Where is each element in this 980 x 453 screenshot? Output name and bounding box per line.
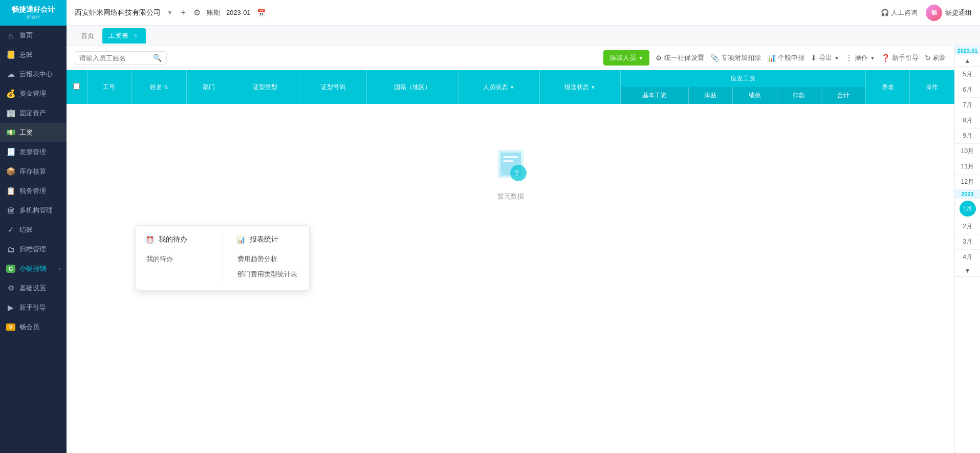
th-checkbox[interactable]: [67, 70, 87, 104]
company-chevron-icon[interactable]: ▼: [167, 9, 173, 16]
user-name: 畅捷通组: [945, 8, 972, 17]
sidebar-item-ledger[interactable]: 📒 总账: [0, 45, 67, 64]
popup-item-todo[interactable]: 我的待办: [144, 251, 210, 267]
month-up-button[interactable]: ▲: [955, 55, 980, 67]
month-jun[interactable]: 6月: [955, 82, 980, 98]
sidebar-item-xiaochang[interactable]: G 小畅报销 ‹: [0, 259, 67, 278]
sidebar-item-settlement[interactable]: ✓ 结账: [0, 220, 67, 240]
sidebar-item-label: 结账: [19, 225, 33, 234]
member-icon: V: [6, 323, 15, 331]
month-may[interactable]: 5月: [955, 67, 980, 82]
tab-home[interactable]: 首页: [75, 28, 100, 44]
tax-icon: 📋: [6, 186, 15, 196]
home-icon: ⌂: [6, 31, 15, 40]
year-2023[interactable]: 2023: [955, 190, 980, 199]
headset-icon: 🎧: [881, 9, 889, 16]
sidebar-item-label: 固定资产: [19, 109, 46, 118]
th-total: 合计: [821, 87, 866, 104]
social-security-button[interactable]: ⚙ 统一社保设置: [656, 53, 704, 62]
th-department: 部门: [187, 70, 231, 104]
sidebar-item-member[interactable]: V 畅会员: [0, 317, 67, 337]
tab-home-label: 首页: [81, 32, 94, 39]
month-feb[interactable]: 2月: [955, 219, 980, 234]
special-deduction-icon: 📎: [710, 54, 719, 62]
th-person-status[interactable]: 人员状态 ▼: [459, 70, 539, 104]
sidebar-item-cloud-report[interactable]: ☁ 云报表中心: [0, 64, 67, 84]
period-value: 2023-01: [226, 9, 251, 16]
month-sep[interactable]: 9月: [955, 128, 980, 144]
month-dec[interactable]: 12月: [955, 175, 980, 190]
sidebar-item-label: 工资: [19, 128, 33, 137]
tab-payroll[interactable]: 工资表 ×: [102, 28, 146, 44]
sidebar-item-new-guide[interactable]: ▶ 新手引导: [0, 298, 67, 317]
export-chevron-icon: ▼: [834, 55, 839, 61]
refresh-button[interactable]: ↻ 刷新: [925, 53, 946, 62]
month-nov[interactable]: 11月: [955, 159, 980, 175]
sidebar-item-basic-settings[interactable]: ⚙ 基础设置: [0, 278, 67, 298]
sidebar-item-label: 总账: [19, 50, 33, 59]
new-guide-button[interactable]: ❓ 新手引导: [881, 53, 919, 62]
report-status-filter-icon: ▼: [591, 84, 596, 90]
assets-icon: 🏢: [6, 109, 15, 118]
search-input[interactable]: [79, 54, 151, 62]
sidebar-item-home[interactable]: ⌂ 首页: [0, 26, 67, 45]
svg-rect-3: [503, 160, 513, 162]
popup-divider: [223, 234, 223, 282]
sidebar-item-label: 云报表中心: [19, 70, 53, 79]
tax-report-icon: 📊: [767, 54, 776, 62]
tab-close-button[interactable]: ×: [132, 32, 140, 40]
service-button[interactable]: 🎧 人工咨询: [881, 8, 918, 17]
app-logo: 畅捷通好会计 好会计: [0, 0, 67, 26]
month-apr[interactable]: 4月: [955, 250, 980, 265]
export-icon: ⬇: [811, 54, 817, 62]
month-jul[interactable]: 7月: [955, 98, 980, 113]
sidebar-item-multi-org[interactable]: 🏛 多机构管理: [0, 201, 67, 220]
popup-item-expense-trend[interactable]: 费用趋势分析: [235, 251, 301, 267]
topbar-add-icon[interactable]: ＋: [179, 7, 187, 18]
sidebar-item-tax[interactable]: 📋 税务管理: [0, 181, 67, 201]
user-profile[interactable]: 畅 畅捷通组: [926, 5, 972, 21]
sidebar-item-payroll[interactable]: 💵 工资: [0, 123, 67, 142]
sidebar-item-invoice[interactable]: 🧾 发票管理: [0, 142, 67, 162]
refresh-label: 刷新: [933, 53, 946, 62]
sidebar: 畅捷通好会计 好会计 ⌂ 首页 📒 总账 ☁ 云报表中心 💰 资金管理 🏢 固定…: [0, 0, 67, 453]
quick-access-popup[interactable]: ⏰ 我的待办 我的待办 📊 报表统计: [136, 225, 310, 291]
payroll-toolbar: 🔍 添加人员 ▼ ⚙ 统一社保设置 📎 专项附加扣除: [67, 46, 954, 70]
social-security-label: 统一社保设置: [664, 53, 704, 62]
social-security-icon: ⚙: [656, 54, 662, 62]
th-report-status[interactable]: 报送状态 ▼: [539, 70, 620, 104]
sidebar-item-label: 发票管理: [19, 147, 46, 157]
topbar: 西安虾米网络科技有限公司 ▼ ＋ ⚙ 账期 2023-01 📅 🎧 人工咨询 畅…: [67, 0, 980, 26]
special-deduction-button[interactable]: 📎 专项附加扣除: [710, 53, 761, 62]
sidebar-item-fixed-assets[interactable]: 🏢 固定资产: [0, 103, 67, 123]
sidebar-item-fund[interactable]: 💰 资金管理: [0, 84, 67, 103]
select-all-checkbox[interactable]: [73, 83, 80, 90]
month-aug[interactable]: 8月: [955, 113, 980, 128]
operation-chevron-icon: ▼: [870, 55, 875, 61]
month-oct[interactable]: 10月: [955, 144, 980, 159]
archive-icon: 🗂: [6, 245, 15, 254]
th-deduction: 扣款: [777, 87, 821, 104]
inventory-icon: 📦: [6, 167, 15, 176]
xiaochang-icon: G: [6, 265, 15, 273]
month-mar[interactable]: 3月: [955, 234, 980, 250]
export-button[interactable]: ⬇ 导出 ▼: [811, 53, 839, 62]
individual-tax-button[interactable]: 📊 个税申报: [767, 53, 804, 62]
sidebar-item-label: 首页: [19, 31, 33, 40]
search-icon[interactable]: 🔍: [153, 54, 162, 62]
th-name[interactable]: 姓名 ⇅: [132, 70, 187, 104]
sidebar-item-inventory[interactable]: 📦 库存核算: [0, 162, 67, 181]
topbar-gear-icon[interactable]: ⚙: [193, 8, 201, 17]
popup-item-dept-expense[interactable]: 部门费用类型统计表: [235, 267, 301, 282]
popup-section2-header: 📊 报表统计: [235, 234, 301, 245]
add-person-button[interactable]: 添加人员 ▼: [603, 50, 649, 66]
guide-icon: ▶: [6, 303, 15, 312]
month-jan-selected[interactable]: 1月: [960, 201, 976, 217]
sidebar-item-archive[interactable]: 🗂 归档管理: [0, 240, 67, 259]
sidebar-item-label: 基础设置: [19, 284, 46, 293]
calendar-icon[interactable]: 📅: [257, 9, 266, 17]
th-performance: 绩效: [733, 87, 777, 104]
operation-button[interactable]: ⋮ 操作 ▼: [845, 53, 875, 62]
month-down-button[interactable]: ▼: [955, 265, 980, 277]
toolbar-actions: 添加人员 ▼ ⚙ 统一社保设置 📎 专项附加扣除 📊 个税申报: [603, 50, 946, 66]
